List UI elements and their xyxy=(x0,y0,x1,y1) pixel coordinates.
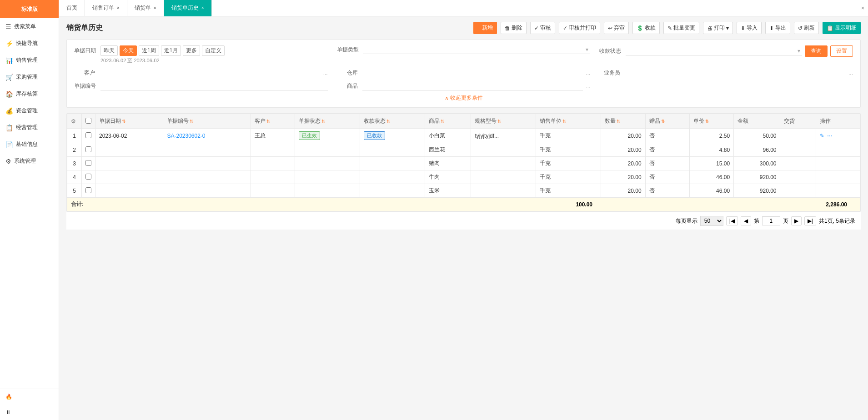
page-no-input[interactable] xyxy=(762,216,780,225)
export-button[interactable]: ⬆ 导出 xyxy=(765,22,790,34)
abandon-button[interactable]: ↩ 弃审 xyxy=(604,22,629,34)
print-button[interactable]: 🖨 打印 ▾ xyxy=(703,22,733,34)
sidebar-item-sales-mgmt[interactable]: 📊 销售管理 xyxy=(0,52,59,69)
main-area: 首页 销售订单 × 销货单 × 销货单历史 × × 销货单历史 + 新增 xyxy=(59,0,868,420)
date-custom-btn[interactable]: 自定义 xyxy=(202,45,225,56)
next-page-btn[interactable]: ▶ xyxy=(791,216,802,225)
quick-nav-icon: ⚡ xyxy=(5,40,13,47)
row-spec xyxy=(471,184,536,198)
sidebar-item-operations[interactable]: 📋 经营管理 xyxy=(0,119,59,136)
sidebar-item-search-menu[interactable]: ☰ 搜索菜单 xyxy=(0,18,59,35)
th-doc-date[interactable]: 单据日期 ⇅ xyxy=(95,114,163,129)
sidebar-bottom-fire[interactable]: 🔥 xyxy=(0,389,59,405)
tab-sales-order[interactable]: 销售订单 × xyxy=(85,0,127,16)
fire-icon: 🔥 xyxy=(5,394,12,400)
date-yesterday-btn[interactable]: 昨天 xyxy=(100,45,118,56)
customer-input[interactable] xyxy=(100,69,321,77)
row-edit-btn[interactable]: ✎ xyxy=(820,133,824,139)
footer-qty-container: 100.00 2,286.00 xyxy=(162,201,856,208)
per-page-label: 每页显示 xyxy=(676,217,697,225)
sidebar-item-finance[interactable]: 💰 资金管理 xyxy=(0,102,59,119)
row-checkbox[interactable] xyxy=(85,160,91,166)
th-qty[interactable]: 数量 ⇅ xyxy=(601,114,645,129)
sidebar-item-basic-info[interactable]: 📄 基础信息 xyxy=(0,136,59,153)
table-row: 1 2023-06-02 SA-20230602-0 王总 已生效 已收款 小白… xyxy=(67,129,860,143)
sidebar-item-system-mgmt[interactable]: ⚙ 系统管理 xyxy=(0,153,59,170)
th-customer[interactable]: 客户 ⇅ xyxy=(251,114,295,129)
collapse-button[interactable]: ∧ 收起更多条件 xyxy=(445,94,483,102)
row-spec xyxy=(471,143,536,157)
warehouse-ellipsis[interactable]: ... xyxy=(586,70,590,76)
date-today-btn[interactable]: 今天 xyxy=(120,45,137,56)
row-gift: 否 xyxy=(645,157,689,170)
warehouse-input[interactable] xyxy=(362,69,583,77)
delete-button[interactable]: 🗑 删除 xyxy=(501,22,527,34)
row-customer xyxy=(251,170,295,184)
doc-status-badge: 已生效 xyxy=(299,131,320,140)
row-doc-no xyxy=(163,143,251,157)
refresh-button[interactable]: ↺ 刷新 xyxy=(794,22,819,34)
sidebar-item-purchase-mgmt[interactable]: 🛒 采购管理 xyxy=(0,69,59,85)
th-goods[interactable]: 商品 ⇅ xyxy=(425,114,471,129)
date-last1m-btn[interactable]: 近1月 xyxy=(161,45,181,56)
settings-button[interactable]: 设置 xyxy=(830,45,853,57)
row-sales-unit: 千克 xyxy=(536,143,601,157)
sidebar-bottom-pause[interactable]: ⏸ xyxy=(0,405,59,420)
th-sales-unit[interactable]: 销售单位 ⇅ xyxy=(536,114,601,129)
row-more-btn[interactable]: ⋯ xyxy=(827,133,833,139)
goods-input[interactable] xyxy=(362,82,583,90)
table-gear-icon[interactable]: ⚙ xyxy=(71,118,76,125)
th-transaction: 交货 xyxy=(780,114,816,129)
prev-page-btn[interactable]: ◀ xyxy=(741,216,751,225)
doc-type-select[interactable]: ▾ xyxy=(363,45,591,54)
print-dropdown-arrow: ▾ xyxy=(726,25,729,31)
collect-button[interactable]: 💲 收款 xyxy=(632,22,660,34)
tab-home[interactable]: 首页 xyxy=(59,0,85,16)
new-button[interactable]: + 新增 xyxy=(473,22,497,34)
tab-sales-goods-close[interactable]: × xyxy=(154,5,156,10)
th-gift[interactable]: 赠品 ⇅ xyxy=(645,114,689,129)
row-goods: 玉米 xyxy=(425,184,471,198)
row-checkbox[interactable] xyxy=(85,146,91,152)
sidebar-item-inventory[interactable]: 🏠 库存核算 xyxy=(0,85,59,102)
staff-filter: 业务员 ... xyxy=(599,69,853,77)
first-page-btn[interactable]: |◀ xyxy=(726,216,738,225)
row-doc-no xyxy=(163,184,251,198)
review-print-button[interactable]: ✓ 审核并打印 xyxy=(559,22,600,34)
th-doc-no[interactable]: 单据编号 ⇅ xyxy=(163,114,251,129)
customer-filter: 客户 ... xyxy=(74,69,328,77)
date-last7-btn[interactable]: 近1周 xyxy=(139,45,159,56)
row-gift: 否 xyxy=(645,170,689,184)
tab-sales-order-close[interactable]: × xyxy=(117,5,120,10)
tab-sales-history[interactable]: 销货单历史 × xyxy=(164,0,212,16)
payment-status-sort-icon: ⇅ xyxy=(386,119,390,124)
review-button[interactable]: ✓ 审核 xyxy=(530,22,555,34)
row-checkbox[interactable] xyxy=(85,174,91,180)
per-page-select[interactable]: 50 10 20 100 xyxy=(700,216,723,226)
batch-change-button[interactable]: ✎ 批量变更 xyxy=(663,22,699,34)
th-doc-status[interactable]: 单据状态 ⇅ xyxy=(295,114,360,129)
select-all-checkbox[interactable] xyxy=(85,118,91,124)
th-spec[interactable]: 规格型号 ⇅ xyxy=(471,114,536,129)
tab-sales-history-close[interactable]: × xyxy=(201,5,204,10)
payment-status-select[interactable]: ▾ xyxy=(626,47,802,55)
last-page-btn[interactable]: ▶| xyxy=(804,216,816,225)
date-more-btn[interactable]: 更多 xyxy=(183,45,200,56)
row-checkbox[interactable] xyxy=(85,132,91,138)
th-payment-status[interactable]: 收款状态 ⇅ xyxy=(360,114,425,129)
th-unit-price[interactable]: 单价 ⇅ xyxy=(689,114,733,129)
staff-input[interactable] xyxy=(625,69,846,77)
goods-ellipsis[interactable]: ... xyxy=(586,83,590,90)
show-detail-button[interactable]: 📋 显示明细 xyxy=(823,22,861,34)
staff-ellipsis[interactable]: ... xyxy=(848,70,853,76)
query-button[interactable]: 查询 xyxy=(805,45,828,57)
footer-total-amount: 2,286.00 xyxy=(802,201,847,208)
customer-ellipsis[interactable]: ... xyxy=(323,70,328,76)
date-controls: 昨天 今天 近1周 近1月 更多 自定义 2023-06-02 至 2023-0… xyxy=(100,45,225,64)
doc-no-input[interactable] xyxy=(100,82,328,90)
close-all-tabs[interactable]: × xyxy=(861,5,864,11)
import-button[interactable]: ⬇ 导入 xyxy=(737,22,762,34)
tab-sales-goods[interactable]: 销货单 × xyxy=(127,0,164,16)
sidebar-item-quick-nav[interactable]: ⚡ 快捷导航 xyxy=(0,35,59,52)
row-checkbox[interactable] xyxy=(85,187,91,193)
